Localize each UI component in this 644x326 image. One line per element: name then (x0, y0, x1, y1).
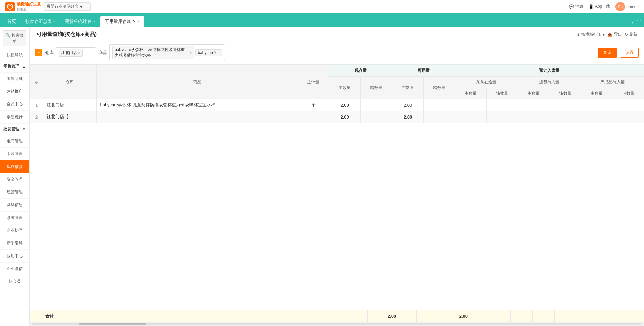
refresh-button[interactable]: ↻ 刷新 (625, 32, 637, 37)
row-1-current-aux (361, 99, 392, 111)
print-icon: 🖨 (576, 32, 580, 37)
sidebar-new-guide-label: 新手引导 (7, 240, 23, 246)
row-1-main-unit: 个 (298, 99, 329, 111)
sidebar-business-label: 经营管理 (7, 189, 23, 195)
warehouse-input[interactable]: 江北门店 × ··· (56, 47, 96, 58)
sidebar-item-system-mgmt[interactable]: 系统管理 (0, 212, 29, 224)
th-purchase-transit-sub: 采购在途量 (455, 77, 518, 88)
tab-receivable-summary[interactable]: 收发存汇总表 × (21, 16, 60, 27)
sidebar-item-enterprise-collab[interactable]: 企业协同 (0, 224, 29, 237)
template-print-button[interactable]: 🖨 按模板打印 ▾ (576, 32, 605, 37)
tab-order-stats-close[interactable]: × (93, 19, 95, 24)
footer-total-row: 合计 2.00 2.00 (30, 310, 644, 322)
close-window-icon[interactable]: × (631, 20, 634, 26)
sidebar-retail-stats-label: 零售统计 (7, 114, 23, 120)
sidebar-item-app-center[interactable]: 应用中心 (0, 250, 29, 263)
sidebar-item-business-mgmt[interactable]: 经营管理 (0, 186, 29, 199)
export-label: 导出 (614, 32, 622, 37)
sidebar-item-retail-mgmt[interactable]: 零售管理 ▲ (0, 61, 29, 73)
app-download-button[interactable]: 📱 App下载 (589, 4, 610, 9)
row-2-index: 2 (30, 111, 43, 123)
row-1-current-main: 2.00 (329, 99, 361, 111)
export-button[interactable]: 📤 导出 (607, 32, 622, 37)
wholesale-arrow-icon: ▼ (22, 127, 26, 131)
sidebar-enterprise-collab-label: 企业协同 (7, 228, 23, 233)
row-1-finished-main (581, 99, 612, 111)
row-2-available-aux (424, 111, 455, 123)
sidebar-item-finance-mgmt[interactable]: 资金管理 (0, 173, 29, 186)
th-warehouse: 仓库 (43, 65, 97, 99)
template-print-label: 按模板打印 (581, 32, 601, 37)
sidebar-inventory-label: 库存核算 (7, 164, 23, 170)
industry-selector-value: 母婴行业演示账套 (47, 4, 79, 9)
sidebar-item-purchase-mgmt[interactable]: 采购管理 (0, 148, 29, 160)
th-current-stock-group: 现存量 (329, 65, 392, 77)
tab-available-stock[interactable]: 可用量库存账本 × (100, 16, 144, 27)
industry-selector[interactable]: 母婴行业演示账套 ▾ (44, 2, 91, 11)
sidebar-quick-nav[interactable]: 快捷导航 (0, 50, 29, 61)
settings-icon[interactable]: ⚙ (35, 80, 38, 85)
sidebar-item-marketing[interactable]: 营销推广 (0, 85, 29, 98)
sidebar-item-enterprise-wechat[interactable]: 企业微信 (0, 263, 29, 275)
product-tag-1-close[interactable]: × (190, 51, 192, 55)
refresh-icon: ↻ (625, 32, 628, 37)
th-planned-inbound-group: 预计入库量 (455, 65, 644, 77)
chevron-down-icon: ▾ (80, 4, 82, 9)
sidebar-item-basic-info[interactable]: 基础信息 (0, 199, 29, 212)
sidebar-item-retail-stats[interactable]: 零售统计 (0, 111, 29, 124)
th-purchase-transit-main: 主数量 (455, 88, 486, 99)
sidebar: 🔍 搜索菜单 快捷导航 零售管理 ▲ 零售商城 营销推广 会员中心 零售统计 批… (0, 27, 30, 326)
sidebar-item-ecommerce-mgmt[interactable]: 电商管理 (0, 135, 29, 148)
horizontal-scrollbar[interactable] (30, 322, 644, 326)
th-available-aux: 辅数量 (424, 77, 455, 99)
search-icon: 🔍 (5, 33, 10, 38)
sidebar-enterprise-wechat-label: 企业微信 (7, 266, 23, 272)
search-label: 搜索菜单 (12, 33, 24, 43)
retail-mgmt-arrow-icon: ▲ (22, 65, 26, 68)
sidebar-item-wholesale-mgmt[interactable]: 批发管理 ▼ (0, 124, 29, 135)
top-bar: 畅捷通好生意 标准版 母婴行业演示账套 ▾ 💬 消息 📱 App下载 Ea de… (0, 0, 644, 13)
tab-order-stats[interactable]: 要货单统计表 × (60, 16, 100, 27)
settings-button[interactable]: 设置 (620, 48, 639, 58)
product-tag-2: babycare?··· (195, 49, 222, 56)
sidebar-item-member-center[interactable]: 会员中心 (0, 98, 29, 111)
sidebar-item-vip-member[interactable]: 畅会员 (0, 275, 29, 288)
product-input[interactable]: babycare学饮杯 儿童防摔防撞吸管杯重力球吸嘴杯宝宝水杯 × babyca… (109, 44, 225, 61)
footer-empty-1 (30, 310, 42, 322)
th-available-main: 主数量 (392, 77, 424, 99)
th-product: 商品 (97, 65, 298, 99)
table-container[interactable]: ⚙ 仓库 商品 主计量 现存量 可用量 预计入库量 主数量 辅数量 主数量 辅数… (30, 65, 644, 310)
th-current-main: 主数量 (329, 77, 361, 99)
footer-label: 合计 (42, 310, 92, 322)
sidebar-item-retail-mall[interactable]: 零售商城 (0, 73, 29, 85)
top-bar-right: 💬 消息 📱 App下载 Ea demo2 (569, 2, 639, 11)
th-incoming-main: 主数量 (518, 88, 549, 99)
row-2-current-aux (361, 111, 392, 123)
footer-total-area: 合计 2.00 2.00 (30, 310, 644, 326)
user-menu[interactable]: Ea demo2 (615, 2, 639, 11)
filter-expand-button[interactable]: » (35, 49, 42, 56)
product-tag-1: babycare学饮杯 儿童防摔防撞吸管杯重力球吸嘴杯宝宝水杯 × (112, 46, 194, 59)
sidebar-vip-member-label: 畅会员 (9, 279, 21, 284)
warehouse-tag-close[interactable]: × (78, 51, 80, 55)
sidebar-item-new-guide[interactable]: 新手引导 (0, 237, 29, 250)
product-filter: 商品 babycare学饮杯 儿童防摔防撞吸管杯重力球吸嘴杯宝宝水杯 × bab… (99, 44, 225, 61)
tab-receivable-label: 收发存汇总表 (25, 18, 52, 25)
row-2-main-unit (298, 111, 329, 123)
sidebar-item-inventory-check[interactable]: 库存核算 (0, 160, 29, 173)
fullscreen-icon[interactable]: ⛶ (637, 20, 641, 26)
tab-order-stats-label: 要货单统计表 (65, 18, 91, 25)
message-button[interactable]: 💬 消息 (569, 4, 583, 9)
tab-home[interactable]: 首页 (3, 16, 21, 27)
filter-bar: » 仓库 江北门店 × ··· 商品 babycare学饮杯 儿童防摔防撞吸管杯… (30, 41, 644, 65)
tab-available-stock-close[interactable]: × (138, 19, 140, 24)
sidebar-search-button[interactable]: 🔍 搜索菜单 (3, 30, 26, 46)
footer-purchase-main (510, 310, 532, 322)
warehouse-more-icon[interactable]: ··· (84, 50, 88, 55)
query-button[interactable]: 查询 (598, 48, 617, 58)
tab-home-label: 首页 (7, 18, 16, 25)
tab-available-stock-label: 可用量库存账本 (105, 18, 136, 25)
tab-receivable-close[interactable]: × (54, 19, 56, 24)
sidebar-app-center-label: 应用中心 (7, 253, 23, 259)
row-2-incoming-main (518, 111, 549, 123)
